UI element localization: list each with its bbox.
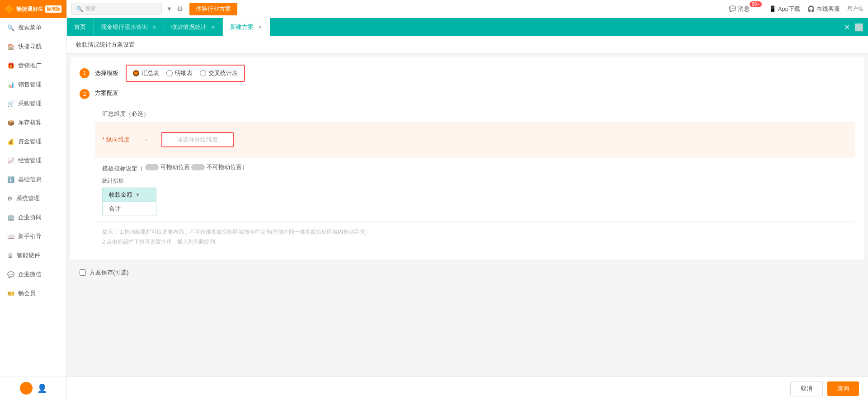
- metrics-table: 收款金额 ▼ 合计: [102, 188, 156, 216]
- metrics-section: 模板指标设定（ 可拖动位置 不可拖动位置） 统计指标: [95, 158, 855, 221]
- draggable-label: 可拖动位置: [160, 163, 190, 171]
- metrics-dropdown-icon[interactable]: ▼: [135, 192, 140, 198]
- radio-cross[interactable]: 交叉统计表: [200, 69, 238, 77]
- box-icon: 📦: [7, 119, 14, 126]
- sidebar-item-management[interactable]: 📈 经营管理: [0, 151, 66, 170]
- app-download-button[interactable]: 📱 App下载: [769, 5, 800, 13]
- wechat-icon: 💬: [7, 271, 14, 278]
- tabbar: 首页 现金银行流水查询 ✕ 收款情况统计 ✕ 新建方案 ✕ ✕ ⬜: [67, 18, 868, 36]
- footer: 取消 查询: [67, 376, 868, 400]
- template-selection-box: 汇总表 明细表 交叉统计表: [126, 65, 245, 82]
- logo-text: 畅捷通好生: [16, 5, 43, 13]
- search-topbar-icon: 🔍: [76, 6, 83, 12]
- notification-label: 消息: [738, 5, 750, 13]
- gear-sidebar-icon: ⚙: [7, 195, 13, 202]
- sidebar-item-hardware[interactable]: 🖥 智能硬件: [0, 246, 66, 265]
- radio-summary-label: 汇总表: [142, 69, 159, 77]
- trend-icon: 📈: [7, 157, 14, 164]
- step2-number: 2: [80, 89, 90, 99]
- download-icon: 📱: [769, 5, 776, 12]
- search-placeholder-text: 搜索: [85, 5, 96, 13]
- member-icon: 🎫: [7, 290, 14, 297]
- sidebar-logo: 🔶 畅捷通好生 标准版: [0, 0, 66, 18]
- cancel-button[interactable]: 取消: [790, 381, 823, 396]
- tab-receipts-close-icon[interactable]: ✕: [211, 24, 215, 30]
- draggable-indicator: 可拖动位置: [145, 163, 190, 171]
- money-icon: 💰: [7, 138, 14, 145]
- settings-gear-icon[interactable]: ⚙: [177, 5, 183, 13]
- sidebar-item-purchase[interactable]: 🛒 采购管理: [0, 94, 66, 113]
- tab-cashflow[interactable]: 现金银行流水查询 ✕: [94, 18, 164, 36]
- message-icon: 💬: [729, 5, 736, 12]
- radio-detail-input[interactable]: [166, 70, 173, 76]
- tips-section: 提示： 1.拖动标题栏可以调整布局，不可跨维度或指标区域拖动栏目段(只能在同一维…: [95, 221, 855, 252]
- tab-receipts[interactable]: 收款情况统计 ✕: [164, 18, 223, 36]
- book-icon: 📖: [7, 233, 14, 240]
- radio-detail-label: 明细表: [175, 69, 193, 77]
- sidebar-user-icon: 👤: [37, 383, 47, 393]
- dropdown-arrow-icon: ▼: [166, 5, 172, 12]
- radio-detail[interactable]: 明细表: [166, 69, 193, 77]
- sidebar-item-enterprise[interactable]: 🏢 企业协同: [0, 208, 66, 227]
- sidebar-item-member[interactable]: 🎫 畅会员: [0, 284, 66, 303]
- vertical-dimension-label: * 纵向维度: [102, 136, 130, 144]
- building-icon: 🏢: [7, 214, 14, 221]
- sidebar-item-basic-info[interactable]: ℹ️ 基础信息: [0, 170, 66, 189]
- main-area: 🔍 搜索 ▼ ⚙ 体验行业方案 💬 消息 99+ 📱 App下载 🎧 在线客服 …: [67, 0, 868, 400]
- tab-cashflow-label: 现金银行流水查询: [101, 23, 148, 31]
- radio-summary[interactable]: 汇总表: [133, 69, 159, 77]
- content-area: 收款情况统计方案设置 1 选择模板 汇总表 明细表: [67, 36, 868, 376]
- metrics-table-header: 收款金额 ▼: [103, 188, 156, 202]
- tab-expand-icon[interactable]: ⬜: [854, 23, 863, 32]
- tabbar-right: ✕ ⬜: [840, 18, 868, 36]
- dimension-title: 汇总维度（必选）: [102, 110, 149, 117]
- sidebar-item-system[interactable]: ⚙ 系统管理: [0, 189, 66, 208]
- config-wrapper: 汇总维度（必选） * 纵向维度 → 请选择分组维度 模板指标设定（ 可拖动位置: [95, 106, 855, 252]
- template-radio-group: 汇总表 明细表 交叉统计表: [133, 69, 238, 77]
- dimension-arrow-icon: →: [142, 136, 149, 143]
- radio-cross-input[interactable]: [200, 70, 206, 76]
- step1-number: 1: [80, 68, 90, 78]
- step1-row: 1 选择模板 汇总表 明细表 交叉统计表: [80, 65, 855, 82]
- metrics-header: 模板指标设定（ 可拖动位置 不可拖动位置）: [102, 163, 848, 173]
- sidebar-item-finance[interactable]: 💰 资金管理: [0, 132, 66, 151]
- metrics-table-total-row: 合计: [103, 202, 156, 216]
- breadcrumb: 收款情况统计方案设置: [76, 41, 135, 48]
- tab-home[interactable]: 首页: [67, 18, 94, 36]
- info-icon: ℹ️: [7, 176, 14, 183]
- sidebar-bottom: 👤: [0, 376, 66, 400]
- tab-cashflow-close-icon[interactable]: ✕: [152, 24, 156, 30]
- sidebar-item-sales[interactable]: 📊 销售管理: [0, 75, 66, 94]
- sidebar-item-search[interactable]: 🔍 搜索菜单: [0, 18, 66, 37]
- dimension-area: * 纵向维度 → 请选择分组维度: [95, 122, 855, 158]
- tab-close-window-icon[interactable]: ✕: [844, 23, 850, 32]
- save-plan-checkbox[interactable]: [80, 269, 86, 276]
- search-menu-icon: 🔍: [7, 24, 14, 31]
- notification-button[interactable]: 💬 消息 99+: [729, 5, 762, 13]
- trial-industry-button[interactable]: 体验行业方案: [189, 3, 237, 15]
- tab-receipts-label: 收款情况统计: [171, 23, 207, 31]
- query-button[interactable]: 查询: [827, 381, 859, 396]
- monitor-icon: 🖥: [7, 252, 13, 259]
- sidebar-item-inventory[interactable]: 📦 库存核算: [0, 113, 66, 132]
- dimension-title-row: 汇总维度（必选）: [95, 106, 855, 122]
- sidebar-item-wechat[interactable]: 💬 企业微信: [0, 265, 66, 284]
- toggle-non-draggable-icon: [191, 164, 205, 170]
- sidebar-avatar: [20, 382, 33, 395]
- topbar: 🔍 搜索 ▼ ⚙ 体验行业方案 💬 消息 99+ 📱 App下载 🎧 在线客服 …: [67, 0, 868, 18]
- tab-new-plan-close-icon[interactable]: ✕: [258, 24, 262, 30]
- step1-label: 选择模板: [95, 69, 118, 77]
- stat-indicator-label: 统计指标: [102, 177, 848, 185]
- home-icon: 🏠: [7, 43, 14, 50]
- topbar-right: 💬 消息 99+ 📱 App下载 🎧 在线客服 用户名: [729, 5, 863, 13]
- sidebar-item-marketing[interactable]: 🎁 营销推广: [0, 56, 66, 75]
- radio-summary-input[interactable]: [133, 70, 139, 76]
- sidebar-item-guide[interactable]: 📖 新手引导: [0, 227, 66, 246]
- online-service-button[interactable]: 🎧 在线客服: [807, 5, 840, 13]
- gift-icon: 🎁: [7, 62, 14, 69]
- tab-new-plan-label: 新建方案: [230, 23, 254, 31]
- radio-cross-label: 交叉统计表: [208, 69, 238, 77]
- dimension-select-placeholder[interactable]: 请选择分组维度: [161, 132, 234, 147]
- tab-new-plan[interactable]: 新建方案 ✕: [223, 18, 270, 36]
- sidebar-item-nav[interactable]: 🏠 快捷导航: [0, 37, 66, 56]
